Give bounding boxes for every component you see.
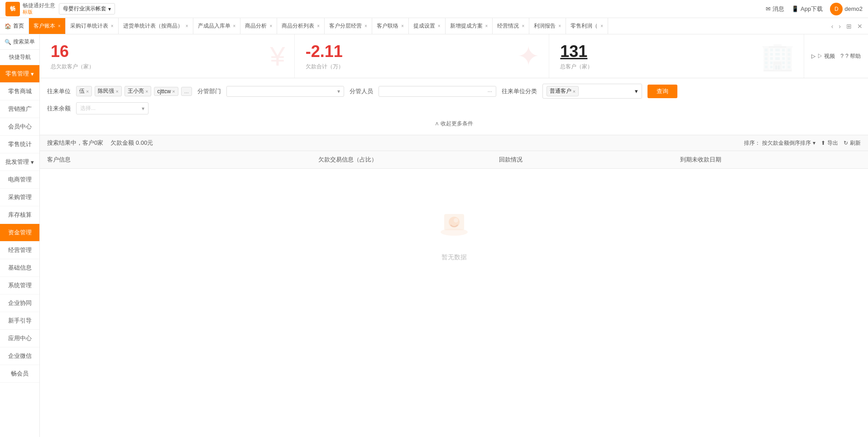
collapse-btn[interactable]: ∧ 收起更多条件 — [435, 118, 473, 129]
sidebar-item-wechat[interactable]: 企业微信 — [0, 347, 39, 365]
unit-tags: 伍 × 陈民强 × 王小亮 × cjttcw × — [76, 86, 192, 96]
user-btn[interactable]: D demo2 — [830, 3, 863, 15]
tab-goods-list[interactable]: 商品分析列表 × — [277, 18, 325, 34]
svg-point-3 — [454, 218, 458, 223]
sidebar-item-ecommerce[interactable]: 电商管理 — [0, 171, 39, 189]
tab-home[interactable]: 🏠 首页 — [0, 18, 29, 34]
empty-text: 暂无数据 — [441, 253, 467, 261]
stat-bg-icon-debt: ✦ — [517, 40, 540, 72]
tag-wang-close[interactable]: × — [145, 89, 148, 94]
tab-close-improvement[interactable]: × — [438, 24, 441, 28]
stats-banner: 16 总欠款客户（家） ¥ -2.11 欠款合计（万） ✦ 131 总客户（家）… — [40, 34, 868, 78]
store-selector[interactable]: 母婴行业演示帐套 ▾ — [59, 3, 115, 14]
tag-normal-close[interactable]: × — [573, 89, 575, 94]
person-select[interactable]: ··· — [379, 86, 496, 97]
dept-select[interactable]: ▾ — [226, 86, 344, 97]
tab-close-cost[interactable]: × — [233, 24, 236, 28]
stat-value-debt: -2.11 — [306, 42, 343, 61]
person-label: 分管人员 — [350, 87, 373, 95]
tab-customer-layer[interactable]: 客户分层经营 × — [325, 18, 372, 34]
sidebar-item-finance[interactable]: 资金管理 — [0, 224, 39, 242]
logo-area: 畅 畅捷通好生意 标版 — [5, 2, 55, 16]
logo-line2: 标版 — [23, 9, 55, 15]
tag-chen[interactable]: 陈民强 × — [95, 86, 121, 96]
sidebar-item-marketing[interactable]: 营销推广 — [0, 100, 39, 118]
refresh-btn[interactable]: ↻ 刷新 — [844, 139, 861, 147]
tag-chen-close[interactable]: × — [115, 89, 118, 94]
tab-close-goods[interactable]: × — [269, 24, 272, 28]
search-result-label: 搜索结果中，客户0家 — [47, 139, 103, 147]
sidebar-item-retail-mall[interactable]: 零售商城 — [0, 83, 39, 100]
tab-new-improvement[interactable]: 新增提成方案 × — [446, 18, 493, 34]
balance-select[interactable]: 选择... ▾ — [76, 102, 149, 114]
sidebar-search[interactable]: 🔍 搜索菜单 — [0, 34, 39, 50]
messages-btn[interactable]: ✉ 消息 — [766, 5, 784, 13]
nav-close-all-btn[interactable]: ✕ — [855, 22, 864, 31]
sidebar-item-purchase[interactable]: 采购管理 — [0, 189, 39, 206]
tag-cj[interactable]: cjttcw × — [154, 87, 178, 96]
amount-label: 欠款金额 0.00元 — [110, 139, 153, 147]
sidebar-quick-nav[interactable]: 快捷导航 — [0, 50, 39, 65]
nav-prev-btn[interactable]: ‹ — [830, 22, 835, 31]
tab-close-profit[interactable]: × — [558, 24, 561, 28]
tab-close-goods-list[interactable]: × — [317, 24, 320, 28]
tab-operation[interactable]: 经营情况 × — [493, 18, 529, 34]
unit-type-select[interactable]: 普通客户 × ▾ — [542, 84, 642, 99]
nav-next-btn[interactable]: › — [837, 22, 843, 31]
tab-profit[interactable]: 利润报告 × — [529, 18, 566, 34]
header-left: 畅 畅捷通好生意 标版 母婴行业演示帐套 ▾ — [5, 2, 115, 16]
balance-label: 往来余额 — [47, 104, 71, 113]
tab-purchase-order[interactable]: 采购订单统计表 × — [66, 18, 119, 34]
tag-more[interactable]: ... — [181, 87, 192, 96]
sidebar-item-wholesale[interactable]: 批发管理 ▾ — [0, 153, 39, 171]
sidebar-item-member2[interactable]: 畅会员 — [0, 365, 39, 383]
video-link[interactable]: ▷ ▷ 视频 — [811, 52, 835, 60]
retail-arrow-icon: ▾ — [31, 71, 34, 77]
sidebar-item-member[interactable]: 会员中心 — [0, 118, 39, 136]
tab-customer[interactable]: 客户账本 × — [29, 18, 66, 34]
tag-wang[interactable]: 王小亮 × — [125, 86, 151, 96]
search-menu-btn[interactable]: 🔍 搜索菜单 — [4, 38, 36, 46]
sidebar-item-system[interactable]: 系统管理 — [0, 277, 39, 294]
phone-icon: 📱 — [791, 5, 799, 12]
store-selector-label: 母婴行业演示帐套 — [63, 5, 106, 13]
tab-retail-profit[interactable]: 零售利润（ × — [566, 18, 608, 34]
sidebar-item-app-center[interactable]: 应用中心 — [0, 330, 39, 347]
results-info: 搜索结果中，客户0家 欠款金额 0.00元 — [47, 139, 153, 147]
tab-inbound-stats[interactable]: 进货单统计表（按商品） × — [119, 18, 193, 34]
sidebar: 🔍 搜索菜单 快捷导航 零售管理 ▾ 零售商城 营销推广 会员中心 零售统计 批… — [0, 34, 40, 437]
sidebar-item-collab[interactable]: 企业协同 — [0, 294, 39, 312]
help-link[interactable]: ? ? 帮助 — [840, 52, 861, 60]
tab-customer-contact[interactable]: 客户联络 × — [372, 18, 409, 34]
sidebar-item-basic[interactable]: 基础信息 — [0, 259, 39, 277]
tab-close-operation[interactable]: × — [522, 24, 524, 28]
tab-close-customer[interactable]: × — [58, 24, 61, 28]
tag-normal-customer[interactable]: 普通客户 × — [547, 86, 579, 96]
tab-close-retail[interactable]: × — [600, 24, 603, 28]
tab-goods-analysis[interactable]: 商品分析 × — [240, 18, 277, 34]
sidebar-item-guide[interactable]: 新手引导 — [0, 312, 39, 330]
nav-expand-btn[interactable]: ⊞ — [844, 22, 854, 31]
tag-wu-close[interactable]: × — [86, 89, 89, 94]
sort-dropdown[interactable]: 排序： 按欠款金额倒序排序 ▾ — [744, 139, 815, 147]
tag-wu[interactable]: 伍 × — [76, 86, 92, 96]
user-name: demo2 — [844, 5, 863, 12]
tab-improvement[interactable]: 提成设置 × — [409, 18, 446, 34]
tag-cj-close[interactable]: × — [172, 89, 175, 94]
export-btn[interactable]: ⬆ 导出 — [821, 139, 838, 147]
data-table: 客户信息 欠款交易信息（占比） 回款情况 到期未收款日期 暂无数据 — [40, 151, 868, 437]
sidebar-item-retail[interactable]: 零售管理 ▾ — [0, 65, 39, 83]
app-download-btn[interactable]: 📱 App下载 — [791, 5, 823, 13]
col-debt-info: 欠款交易信息（占比） — [318, 156, 499, 164]
query-btn[interactable]: 查询 — [647, 85, 677, 98]
sidebar-item-retail-stats[interactable]: 零售统计 — [0, 136, 39, 153]
tab-close-inbound[interactable]: × — [186, 24, 188, 28]
tab-close-new-improvement[interactable]: × — [485, 24, 488, 28]
tab-cost-inbound[interactable]: 产成品入库单 × — [193, 18, 241, 34]
tab-close-customer-layer[interactable]: × — [364, 24, 367, 28]
sidebar-item-operation-mgmt[interactable]: 经营管理 — [0, 242, 39, 259]
sidebar-item-inventory[interactable]: 库存核算 — [0, 206, 39, 224]
stat-label-customers: 总欠款客户（家） — [51, 63, 94, 71]
tab-close-contact[interactable]: × — [401, 24, 404, 28]
tab-close-purchase[interactable]: × — [111, 24, 114, 28]
